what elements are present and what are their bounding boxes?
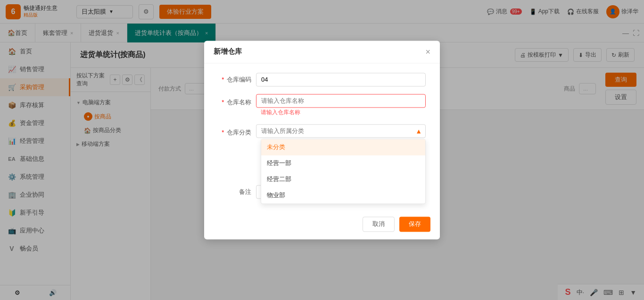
save-button[interactable]: 保存 bbox=[399, 217, 430, 232]
category-input[interactable] bbox=[256, 124, 426, 138]
category-required-star: * bbox=[222, 129, 224, 136]
category-label: * 仓库分类 bbox=[218, 125, 256, 137]
note-label: 备注 bbox=[218, 185, 256, 196]
add-warehouse-modal: 新增仓库 × * 仓库编码 * 仓库名称 请输入仓库名称 bbox=[204, 41, 440, 239]
code-field-row: * 仓库编码 bbox=[218, 73, 426, 86]
category-select-wrapper: ▲ bbox=[256, 124, 426, 138]
dropdown-option-property[interactable]: 物业部 bbox=[261, 187, 425, 203]
dropdown-option-uncategorized[interactable]: 未分类 bbox=[261, 139, 425, 155]
modal-header: 新增仓库 × bbox=[204, 41, 440, 63]
category-field-row: * 仓库分类 ▲ 未分类 经营一部 经营二部 物业部 bbox=[218, 124, 426, 138]
code-required-star: * bbox=[222, 76, 224, 83]
category-dropdown: 未分类 经营一部 经营二部 物业部 bbox=[261, 139, 426, 204]
cancel-button[interactable]: 取消 bbox=[363, 217, 395, 232]
name-input[interactable] bbox=[256, 94, 426, 108]
name-required-star: * bbox=[222, 99, 224, 106]
code-label: * 仓库编码 bbox=[218, 73, 256, 84]
modal-body: * 仓库编码 * 仓库名称 请输入仓库名称 * 仓库分 bbox=[204, 63, 440, 211]
dropdown-option-ops1[interactable]: 经营一部 bbox=[261, 155, 425, 171]
modal-footer: 取消 保存 bbox=[204, 211, 440, 239]
name-error-msg: 请输入仓库名称 bbox=[261, 108, 300, 117]
modal-close-icon[interactable]: × bbox=[425, 48, 430, 56]
name-field-row: * 仓库名称 请输入仓库名称 bbox=[218, 94, 426, 117]
modal-title: 新增仓库 bbox=[214, 47, 242, 56]
name-label: * 仓库名称 bbox=[218, 95, 256, 107]
dropdown-option-ops2[interactable]: 经营二部 bbox=[261, 171, 425, 187]
code-input[interactable] bbox=[256, 73, 426, 86]
